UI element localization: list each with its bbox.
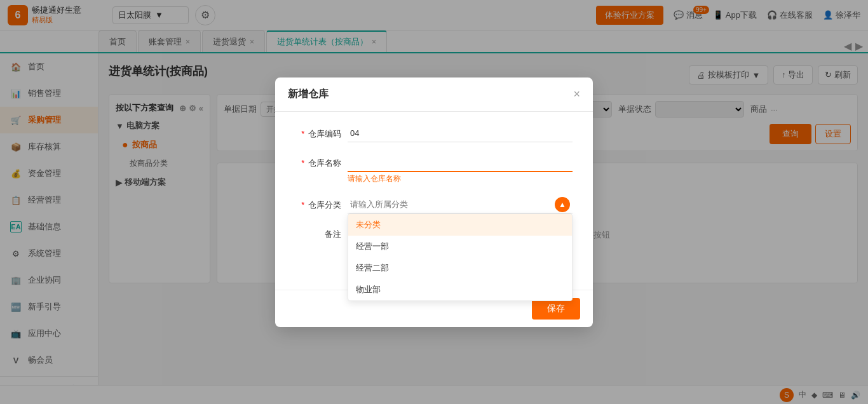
required-mark-name: * (301, 158, 304, 168)
dropdown-option-property[interactable]: 物业部 (348, 279, 572, 300)
form-row-code: * 仓库编码 (295, 125, 573, 142)
category-label: * 仓库分类 (295, 196, 341, 211)
category-input[interactable] (348, 196, 573, 213)
code-label: * 仓库编码 (295, 125, 341, 140)
code-control (348, 125, 573, 142)
required-mark-code: * (301, 129, 304, 138)
modal-new-warehouse: 新增仓库 × * 仓库编码 * 仓库名称 (275, 77, 593, 327)
category-dropdown-menu: 未分类 经营一部 经营二部 物业部 (348, 213, 573, 301)
modal-overlay: 新增仓库 × * 仓库编码 * 仓库名称 (0, 0, 868, 404)
arrow-up-icon: ▲ (559, 200, 566, 209)
name-error-msg: 请输入仓库名称 (348, 173, 573, 184)
remark-label: 备注 (295, 225, 341, 240)
dropdown-option-unclassified[interactable]: 未分类 (348, 214, 572, 236)
form-row-name: * 仓库名称 请输入仓库名称 (295, 154, 573, 184)
modal-close-button[interactable]: × (573, 88, 580, 101)
name-input[interactable] (348, 154, 573, 172)
code-input[interactable] (348, 125, 573, 142)
category-dropdown-arrow[interactable]: ▲ (555, 197, 570, 212)
modal-body: * 仓库编码 * 仓库名称 请输入仓库名称 (275, 112, 593, 290)
required-mark-category: * (301, 200, 304, 210)
modal-title: 新增仓库 (288, 88, 329, 101)
name-label: * 仓库名称 (295, 154, 341, 169)
name-control: 请输入仓库名称 (348, 154, 573, 184)
form-row-category: * 仓库分类 ▲ 未分类 经营一部 经营二部 物业部 (295, 196, 573, 213)
dropdown-option-dept2[interactable]: 经营二部 (348, 257, 572, 279)
category-dropdown-wrapper: ▲ 未分类 经营一部 经营二部 物业部 (348, 196, 573, 213)
modal-header: 新增仓库 × (275, 77, 593, 112)
dropdown-option-dept1[interactable]: 经营一部 (348, 236, 572, 257)
category-control: ▲ 未分类 经营一部 经营二部 物业部 (348, 196, 573, 213)
save-button[interactable]: 保存 (532, 298, 580, 320)
